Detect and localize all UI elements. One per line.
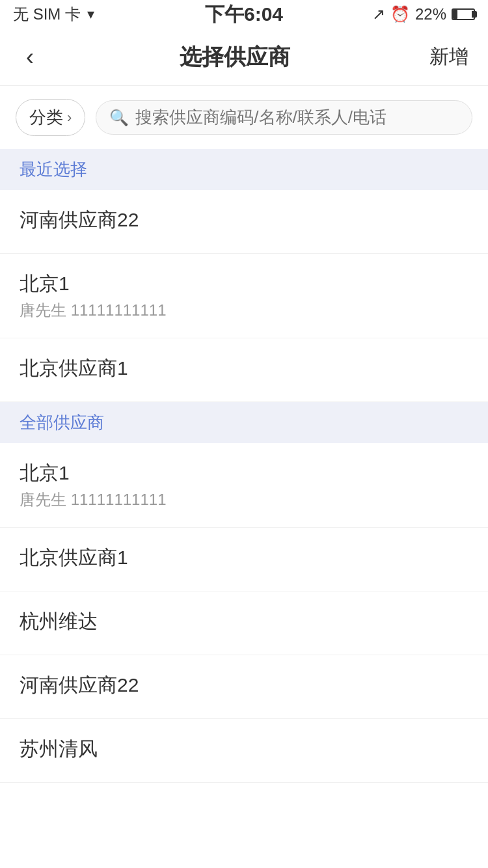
supplier-name: 北京1 [20, 460, 468, 487]
recent-section-label: 最近选择 [20, 159, 87, 179]
supplier-name: 北京1 [20, 271, 468, 297]
back-button[interactable]: ‹ [20, 37, 40, 77]
list-item[interactable]: 北京供应商1 [0, 528, 488, 591]
list-item[interactable]: 苏州清风 [0, 719, 488, 783]
status-time: 下午6:04 [205, 1, 283, 28]
supplier-name: 河南供应商22 [20, 672, 468, 699]
all-section-label: 全部供应商 [20, 413, 104, 432]
battery-icon [452, 8, 475, 20]
status-right: ↗ ⏰ 22% [372, 5, 475, 23]
category-label: 分类 [29, 106, 63, 129]
wifi-icon: ▾ [87, 6, 94, 23]
supplier-name: 苏州清风 [20, 736, 468, 763]
page-title: 选择供应商 [180, 42, 290, 72]
battery-percent: 22% [415, 5, 446, 23]
supplier-contact: 唐先生 11111111111 [20, 489, 468, 510]
add-button[interactable]: 新增 [429, 44, 468, 70]
search-icon: 🔍 [109, 109, 129, 127]
carrier-text: 无 SIM 卡 [13, 4, 81, 25]
status-bar: 无 SIM 卡 ▾ 下午6:04 ↗ ⏰ 22% [0, 0, 488, 29]
list-item[interactable]: 河南供应商22 [0, 190, 488, 254]
list-item[interactable]: 杭州维达 [0, 591, 488, 655]
search-input[interactable] [135, 107, 459, 128]
supplier-name: 河南供应商22 [20, 207, 468, 234]
status-left: 无 SIM 卡 ▾ [13, 4, 94, 25]
nav-bar: ‹ 选择供应商 新增 [0, 29, 488, 86]
supplier-contact: 唐先生 11111111111 [20, 300, 468, 321]
search-box[interactable]: 🔍 [96, 100, 472, 135]
supplier-name: 北京供应商1 [20, 355, 468, 382]
recent-section-header: 最近选择 [0, 149, 488, 190]
alarm-icon: ⏰ [390, 5, 410, 23]
location-icon: ↗ [372, 5, 385, 23]
all-section-header: 全部供应商 [0, 402, 488, 443]
list-item[interactable]: 河南供应商22 [0, 655, 488, 719]
filter-bar: 分类 › 🔍 [0, 86, 488, 149]
list-item[interactable]: 北京供应商1 [0, 338, 488, 402]
all-items-list: 北京1 唐先生 11111111111 北京供应商1 杭州维达 河南供应商22 … [0, 443, 488, 783]
supplier-name: 北京供应商1 [20, 545, 468, 571]
list-item[interactable]: 北京1 唐先生 11111111111 [0, 443, 488, 528]
list-item[interactable]: 北京1 唐先生 11111111111 [0, 254, 488, 338]
chevron-right-icon: › [67, 109, 72, 126]
recent-items-list: 河南供应商22 北京1 唐先生 11111111111 北京供应商1 [0, 190, 488, 402]
category-filter[interactable]: 分类 › [16, 99, 85, 136]
supplier-name: 杭州维达 [20, 608, 468, 635]
